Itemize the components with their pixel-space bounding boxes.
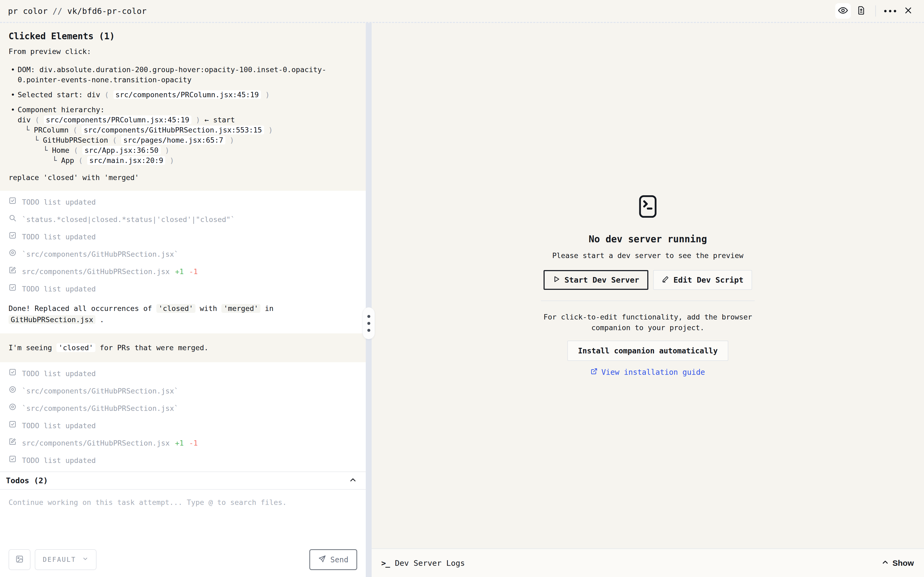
tool-row-file-view[interactable]: `src/components/GitHubPRSection.jsx` xyxy=(8,249,357,259)
tool-row-todo[interactable]: TODO list updated xyxy=(8,197,357,208)
clicked-elements-block: Clicked Elements (1) From preview click:… xyxy=(0,23,366,191)
play-icon xyxy=(552,276,560,285)
send-label: Send xyxy=(330,555,348,564)
todos-section-header[interactable]: Todos (2) xyxy=(0,472,366,490)
todo-check-icon xyxy=(8,284,16,294)
resize-grip-handle[interactable] xyxy=(363,307,375,339)
app-window: pr color // vk/bfd6-pr-color xyxy=(0,0,924,577)
tool-row-todo[interactable]: TODO list updated xyxy=(8,368,357,379)
dom-path-item: DOM: div.absolute.duration-200.group-hov… xyxy=(8,64,357,85)
file-path-code: src/components/PRColumn.jsx:45:19 xyxy=(113,90,261,99)
start-dev-server-button[interactable]: Start Dev Server xyxy=(544,270,648,290)
user-message: I'm seeing 'closed' for PRs that were me… xyxy=(0,334,366,362)
hierarchy-row: └ PRColumn ( src/components/GitHubPRSect… xyxy=(18,125,357,135)
more-options-button[interactable] xyxy=(882,3,898,19)
tool-row-todo[interactable]: TODO list updated xyxy=(8,420,357,431)
terminal-icon xyxy=(639,195,657,219)
preview-panel: No dev server running Please start a dev… xyxy=(372,23,924,577)
pencil-icon xyxy=(662,276,669,285)
send-plane-icon xyxy=(318,555,326,565)
model-selector-label: DEFAULT xyxy=(43,556,76,563)
edit-icon xyxy=(8,266,16,277)
tool-row-todo[interactable]: TODO list updated xyxy=(8,455,357,466)
tool-call-section: TODO list updated `status.*closed|closed… xyxy=(0,191,366,301)
external-link-icon xyxy=(591,368,598,377)
hierarchy-row: └ GitHubPRSection ( src/pages/home.jsx:6… xyxy=(18,135,357,145)
assistant-message: Done! Replaced all occurrences of 'close… xyxy=(0,301,366,334)
chevron-down-icon xyxy=(82,556,89,564)
show-label: Show xyxy=(892,559,914,568)
ellipsis-icon xyxy=(884,10,896,12)
terminal-prompt-icon: >_ xyxy=(381,559,389,568)
show-logs-toggle[interactable]: Show xyxy=(882,559,914,568)
send-button[interactable]: Send xyxy=(309,549,357,570)
diff-removed: -1 xyxy=(189,438,198,448)
tool-row-todo[interactable]: TODO list updated xyxy=(8,284,357,294)
no-dev-server-state: No dev server running Please start a dev… xyxy=(537,195,759,377)
project-name: pr color xyxy=(8,6,48,16)
hierarchy-row: div ( src/components/PRColumn.jsx:45:19 … xyxy=(18,115,357,125)
todo-check-icon xyxy=(8,368,16,379)
tool-row-search[interactable]: `status.*closed|closed.*status|'closed'|… xyxy=(8,214,357,225)
model-selector[interactable]: DEFAULT xyxy=(35,549,97,570)
todo-check-icon xyxy=(8,420,16,431)
tool-row-file-view[interactable]: `src/components/GitHubPRSection.jsx` xyxy=(8,403,357,414)
chat-scroll-area[interactable]: Clicked Elements (1) From preview click:… xyxy=(0,23,366,472)
section-divider xyxy=(541,301,755,301)
breadcrumb: pr color // vk/bfd6-pr-color xyxy=(8,6,147,16)
tool-row-todo[interactable]: TODO list updated xyxy=(8,231,357,242)
selected-start-item: Selected start: div ( src/components/PRC… xyxy=(8,90,357,100)
component-hierarchy-item: Component hierarchy: div ( src/component… xyxy=(8,105,357,166)
todo-check-icon xyxy=(8,231,16,242)
preview-toggle-button[interactable] xyxy=(835,3,851,19)
file-diff-icon xyxy=(857,6,866,16)
no-dev-server-subline: Please start a dev server to see the pre… xyxy=(552,250,743,261)
panel-resizer[interactable] xyxy=(366,23,372,577)
clicked-elements-title: Clicked Elements (1) xyxy=(8,31,357,42)
tool-row-file-edit[interactable]: src/components/GitHubPRSection.jsx +1 -1 xyxy=(8,438,357,448)
hierarchy-row: └ App ( src/main.jsx:20:9 ) xyxy=(18,155,357,166)
chat-input[interactable] xyxy=(8,497,357,549)
close-button[interactable] xyxy=(900,3,916,19)
install-companion-button[interactable]: Install companion automatically xyxy=(567,340,729,361)
dev-server-logs-bar[interactable]: >_ Dev Server Logs Show xyxy=(372,548,924,577)
composer: DEFAULT Send xyxy=(0,490,366,577)
todo-check-icon xyxy=(8,455,16,466)
eye-icon xyxy=(838,6,848,16)
close-icon xyxy=(904,6,913,16)
target-icon xyxy=(8,385,16,396)
image-icon xyxy=(15,555,24,564)
tool-call-section: TODO list updated `src/components/GitHub… xyxy=(0,362,366,472)
todo-check-icon xyxy=(8,197,16,208)
diff-added: +1 xyxy=(175,266,184,277)
diff-view-button[interactable] xyxy=(853,3,869,19)
target-icon xyxy=(8,403,16,414)
user-instruction: replace 'closed' with 'merged' xyxy=(8,172,357,183)
todos-label: Todos (2) xyxy=(6,476,48,485)
diff-removed: -1 xyxy=(189,266,198,277)
breadcrumb-separator: // xyxy=(53,6,63,16)
dev-server-logs-title: >_ Dev Server Logs xyxy=(381,559,465,568)
title-bar: pr color // vk/bfd6-pr-color xyxy=(0,0,924,23)
hierarchy-row: └ Home ( src/App.jsx:36:50 ) xyxy=(18,145,357,155)
tool-row-file-view[interactable]: `src/components/GitHubPRSection.jsx` xyxy=(8,385,357,396)
chevron-up-icon[interactable] xyxy=(349,476,357,485)
chevron-up-icon xyxy=(882,559,889,568)
branch-name: vk/bfd6-pr-color xyxy=(67,6,147,16)
search-icon xyxy=(8,214,16,225)
titlebar-actions xyxy=(835,3,916,19)
edit-icon xyxy=(8,438,16,448)
tool-row-file-edit[interactable]: src/components/GitHubPRSection.jsx +1 -1 xyxy=(8,266,357,277)
diff-added: +1 xyxy=(175,438,184,448)
titlebar-divider xyxy=(876,5,876,16)
chat-panel: Clicked Elements (1) From preview click:… xyxy=(0,23,366,577)
clicked-elements-subtitle: From preview click: xyxy=(8,47,357,56)
no-dev-server-headline: No dev server running xyxy=(589,233,707,245)
companion-help-text: For click-to-edit functionality, add the… xyxy=(537,312,759,333)
attach-image-button[interactable] xyxy=(8,549,31,570)
dev-server-logs-label: Dev Server Logs xyxy=(395,559,465,568)
view-installation-guide-link[interactable]: View installation guide xyxy=(591,368,705,377)
target-icon xyxy=(8,249,16,259)
edit-dev-script-button[interactable]: Edit Dev Script xyxy=(653,270,752,290)
